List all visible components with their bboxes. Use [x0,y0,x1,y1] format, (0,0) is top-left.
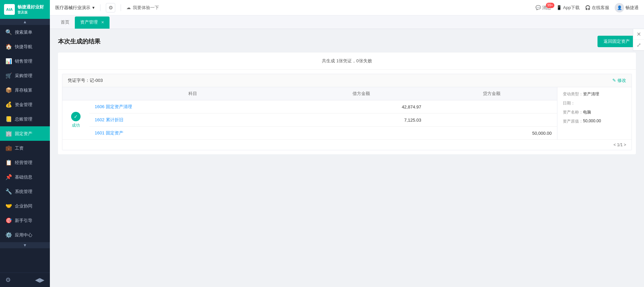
sidebar-item-label: 经营管理 [15,160,32,166]
sidebar-item-inventory[interactable]: 📦 库存核算 [0,83,50,97]
credit-cell [427,100,557,114]
sidebar-settings-icon[interactable]: ⚙ [5,276,11,284]
success-icon: ✓ [71,112,81,121]
sidebar-item-ops[interactable]: 📋 经营管理 [0,155,50,170]
experience-icon: ☁ [126,5,131,10]
basic-icon: 📌 [5,174,11,180]
sidebar-logo: AtA 畅捷通好业财 普及版 [0,0,50,19]
sidebar-scroll-down[interactable]: ▼ [0,242,50,248]
edit-icon: ✎ [612,78,616,83]
original-value-label: 资产原值： [563,119,583,124]
sidebar-scroll: ▲ 🔍 搜索菜单 🏠 快捷导航 📊 销售管理 🛒 采购管理 📦 库存核算 💰 资… [0,19,50,273]
expand-panel-button[interactable]: ⤢ [633,40,644,51]
sidebar-item-purchase[interactable]: 🛒 采购管理 [0,68,50,83]
asset-name-row: 资产名称： 电脑 [563,109,626,115]
sidebar-item-funds[interactable]: 💰 资金管理 [0,97,50,112]
search-icon: 🔍 [5,29,11,35]
prev-page-button[interactable]: < [614,142,616,147]
funds-icon: 💰 [5,101,11,108]
account-cell: 1601 固定资产 [89,127,296,140]
guide-icon: 🎯 [5,217,11,224]
table-row: 1601 固定资产 50,000.00 [62,127,557,140]
credit-cell [427,114,557,127]
sidebar-collapse-icon[interactable]: ◀▶ [35,276,44,284]
sidebar-item-label: 企业协同 [15,203,32,209]
logo-sub: 普及版 [18,10,44,14]
return-button[interactable]: 返回固定资产 [597,36,636,47]
messages-button[interactable]: 💬 消息 99+ [535,5,551,11]
tab-close-icon[interactable]: ✕ [101,20,104,24]
topbar-divider1 [100,4,100,11]
page-title: 本次生成的结果 [58,37,100,45]
sidebar-item-label: 工资 [15,145,24,151]
edit-button[interactable]: ✎ 修改 [612,77,626,84]
experience-button[interactable]: ☁ 我要体验一下 [126,5,159,11]
sidebar-item-label: 系统管理 [15,189,32,195]
next-page-button[interactable]: > [624,142,626,147]
sidebar-item-label: 销售管理 [15,58,32,64]
system-icon: 🔧 [5,188,11,195]
account-cell: 1606 固定资产清理 [89,100,296,114]
edit-label: 修改 [617,78,626,83]
original-value-row: 资产原值： 50,000.00 [563,119,626,124]
avatar: 👤 [615,3,624,12]
sidebar-item-guide[interactable]: 🎯 新手引导 [0,213,50,228]
user-menu[interactable]: 👤 畅捷通 [615,3,639,12]
app-download-label: App下载 [563,5,580,11]
settings-button[interactable]: ⚙ [106,3,115,12]
date-row: 日期： [563,100,626,106]
sidebar-item-system[interactable]: 🔧 系统管理 [0,184,50,199]
table-row: ✓ 成功 1606 固定资产清理 42,874.97 [62,100,557,114]
tab-home-label: 首页 [61,20,69,25]
close-panel-button[interactable]: ✕ [633,29,644,40]
sidebar-item-fixed-assets[interactable]: 🏢 固定资产 [0,126,50,141]
sidebar-item-label: 快捷导航 [15,44,32,50]
sidebar-item-ledger[interactable]: 📒 总账管理 [0,112,50,126]
sidebar-item-label: 总账管理 [15,116,32,122]
credit-col-header: 贷方金额 [427,87,557,100]
result-section: 共生成 1张凭证，0张失败 凭证字号：记-003 ✎ 修改 [58,53,636,154]
sidebar: AtA 畅捷通好业财 普及版 ▲ 🔍 搜索菜单 🏠 快捷导航 📊 销售管理 🛒 … [0,0,50,287]
change-type-label: 变动类型： [563,91,583,97]
purchase-icon: 🛒 [5,72,11,79]
account-cell: 1602 累计折旧 [89,114,296,127]
tab-assets[interactable]: 资产管理 ✕ [75,17,110,29]
sidebar-bottom: ⚙ ◀▶ [0,273,50,287]
online-service-button[interactable]: 🎧 在线客服 [585,5,609,11]
corp-icon: 🤝 [5,203,11,209]
ledger-icon: 📒 [5,116,11,122]
asset-name-label: 资产名称： [563,109,583,115]
app-download-button[interactable]: 📱 App下载 [556,5,580,11]
sidebar-item-quicknav[interactable]: 🏠 快捷导航 [0,39,50,54]
topbar-right: 💬 消息 99+ 📱 App下载 🎧 在线客服 👤 畅捷通 [535,3,639,12]
message-badge: 99+ [546,3,554,8]
change-type-value: 资产清理 [583,91,599,97]
company-name: 医疗器械行业演示 [55,5,90,11]
sidebar-item-label: 资金管理 [15,102,32,108]
logo-icon: AtA [4,4,15,15]
debit-cell: 7,125.03 [296,114,427,127]
ops-icon: 📋 [5,159,11,166]
sidebar-item-search[interactable]: 🔍 搜索菜单 [0,25,50,39]
status-cell: ✓ 成功 [62,100,89,140]
voucher-header: 凭证字号：记-003 ✎ 修改 [62,74,632,87]
sidebar-item-sales[interactable]: 📊 销售管理 [0,54,50,68]
sidebar-item-apps[interactable]: ⚙️ 应用中心 [0,228,50,242]
settings-icon: ⚙ [109,5,113,11]
apps-icon: ⚙️ [5,232,11,238]
fixed-assets-icon: 🏢 [5,130,11,137]
voucher-table: 科目 借方金额 贷方金额 ✓ 成功 [62,87,557,139]
tab-home[interactable]: 首页 [55,17,75,29]
experience-label: 我要体验一下 [133,5,159,11]
sidebar-item-basic[interactable]: 📌 基础信息 [0,170,50,184]
sidebar-item-corp[interactable]: 🤝 企业协同 [0,199,50,213]
debit-col-header: 借方金额 [296,87,427,100]
sidebar-item-salary[interactable]: 💼 工资 [0,141,50,155]
sidebar-scroll-up[interactable]: ▲ [0,19,50,25]
company-selector[interactable]: 医疗器械行业演示 ▾ [55,5,95,11]
date-label: 日期： [563,100,583,106]
voucher-block: 凭证字号：记-003 ✎ 修改 科目 [62,74,632,150]
topbar: 医疗器械行业演示 ▾ ⚙ ☁ 我要体验一下 💬 消息 99+ 📱 App下载 🎧 [50,0,644,15]
online-service-label: 在线客服 [592,5,609,11]
voucher-number: 凭证字号：记-003 [68,77,103,84]
